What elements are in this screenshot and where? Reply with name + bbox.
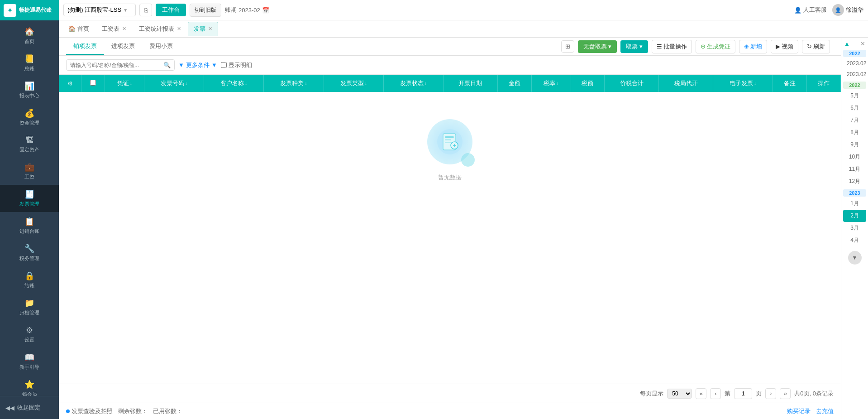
sub-tab-expense[interactable]: 费用小票 <box>142 39 180 55</box>
month-11[interactable]: 11月 <box>843 163 866 175</box>
workspace-button[interactable]: 工作台 <box>156 4 186 16</box>
col-cert[interactable]: 凭证↕ <box>105 75 144 92</box>
ticket-button[interactable]: 取票 ▾ <box>620 40 648 53</box>
invoice-tab-close[interactable]: ✕ <box>208 26 212 32</box>
expand-up-icon[interactable]: ▲ <box>844 40 850 47</box>
col-invoice-cat[interactable]: 发票类型↕ <box>324 75 383 92</box>
col-action: 操作 <box>807 75 841 92</box>
month-5[interactable]: 5月 <box>843 90 866 102</box>
month-2-active[interactable]: 2月 <box>843 210 866 222</box>
no-ticket-button[interactable]: 无盘取票 ▾ <box>578 40 617 53</box>
refresh-button[interactable]: ↻ 刷新 <box>802 40 830 53</box>
recharge-link[interactable]: 去充值 <box>816 407 834 415</box>
salary-stats-tab-close[interactable]: ✕ <box>177 26 181 32</box>
date-period-2023-02-2[interactable]: 2023.02 <box>843 69 866 80</box>
tab-invoice[interactable]: 发票 ✕ <box>188 22 218 36</box>
tab-salary-stats[interactable]: 工资统计报表 ✕ <box>133 22 187 36</box>
salary-tab-close[interactable]: ✕ <box>122 26 126 32</box>
sidebar-item-invoice-mgmt[interactable]: 🧾发票管理 <box>0 185 59 212</box>
tab-salary-table[interactable]: 工资表 ✕ <box>96 22 132 36</box>
col-tax-rate[interactable]: 税率↕ <box>531 75 571 92</box>
total-records: 共0页, 0条记录 <box>794 390 834 398</box>
invoice-tab-label: 发票 <box>194 25 205 33</box>
prev-page-btn[interactable]: ‹ <box>710 388 721 399</box>
period-value: 2023-02 <box>238 7 260 14</box>
page-size-label: 每页显示 <box>640 390 663 398</box>
sub-tab-purchase[interactable]: 进项发票 <box>104 39 142 55</box>
page-input[interactable] <box>734 388 752 399</box>
customer-service[interactable]: 👤 人工客服 <box>794 6 827 14</box>
sidebar-item-funds[interactable]: 💰资金管理 <box>0 104 59 131</box>
sidebar-item-close-accounts[interactable]: 🔒结账 <box>0 266 59 294</box>
search-input[interactable] <box>70 62 162 68</box>
sidebar-item-home[interactable]: 🏠首页 <box>0 22 59 49</box>
detail-checkbox-input[interactable] <box>221 62 227 68</box>
new-button[interactable]: ⊕ 新增 <box>739 40 767 53</box>
switch-version-button[interactable]: 切到旧版 <box>190 4 221 17</box>
generate-cert-button[interactable]: ⊕ 生成凭证 <box>696 40 735 53</box>
col-issue-date[interactable]: 开票日期 <box>443 75 497 92</box>
sidebar-item-salary[interactable]: 💼工资 <box>0 158 59 185</box>
sidebar-item-archive[interactable]: 📁归档管理 <box>0 294 59 321</box>
month-10[interactable]: 10月 <box>843 151 866 163</box>
col-tax-total[interactable]: 价税合计 <box>605 75 659 92</box>
purchase-history-link[interactable]: 购买记录 <box>787 407 811 415</box>
page-size-select[interactable]: 50 20 100 <box>667 389 692 399</box>
col-tax-code[interactable]: 税局代开 <box>659 75 713 92</box>
date-period-2023-02-1[interactable]: 2023.02 <box>843 58 866 69</box>
sidebar-item-fixed-assets[interactable]: 🏗固定资产 <box>0 131 59 158</box>
scroll-down-btn[interactable]: ▼ <box>848 251 862 265</box>
col-amount[interactable]: 金额 <box>497 75 531 92</box>
month-6[interactable]: 6月 <box>843 102 866 114</box>
col-customer[interactable]: 客户名称↕ <box>204 75 264 92</box>
sidebar-item-general-ledger[interactable]: 📒总账 <box>0 49 59 77</box>
month-1[interactable]: 1月 <box>843 197 866 210</box>
col-tax[interactable]: 税额 <box>571 75 605 92</box>
show-detail-checkbox[interactable]: 显示明细 <box>221 61 252 69</box>
year-2022-months: 2022 <box>843 82 866 89</box>
sidebar-item-new-user[interactable]: 📖新手引导 <box>0 348 59 375</box>
tab-home[interactable]: 🏠 首页 <box>62 22 95 36</box>
collapse-icon: ◀◀ <box>5 405 14 411</box>
tax-icon: 🔧 <box>24 244 34 254</box>
grid-settings-button[interactable]: ⊞ <box>561 40 574 53</box>
sidebar-item-sales-ledger[interactable]: 📋进销台账 <box>0 212 59 239</box>
month-12[interactable]: 12月 <box>843 175 866 188</box>
sub-tab-sales[interactable]: 销项发票 <box>66 39 104 55</box>
col-invoice-no[interactable]: 发票号码↕ <box>144 75 204 92</box>
col-invoice-type[interactable]: 发票种类↕ <box>264 75 324 92</box>
month-9[interactable]: 9月 <box>843 139 866 151</box>
panel-close-icon[interactable]: ✕ <box>860 40 865 47</box>
col-check[interactable] <box>81 75 105 92</box>
next-page-btn[interactable]: › <box>765 388 776 399</box>
col-settings[interactable]: ⚙ <box>59 75 81 92</box>
filter-button[interactable]: ▼ 更多条件 ▼ <box>178 61 217 69</box>
year-2023-badge: 2023 <box>843 189 866 197</box>
video-button[interactable]: ▶ 视频 <box>771 40 798 53</box>
copy-button[interactable]: ⎘ <box>139 4 152 16</box>
sidebar-item-settings[interactable]: ⚙设置 <box>0 321 59 348</box>
sidebar-item-membership[interactable]: ⭐畅会员 <box>0 375 59 396</box>
company-selector[interactable]: (勿删) 江西股宝-LSS ▼ <box>63 4 136 16</box>
grid-icon: ⊞ <box>565 43 570 50</box>
col-invoice-status[interactable]: 发票状态↕ <box>383 75 443 92</box>
select-all-checkbox[interactable] <box>90 80 96 86</box>
month-7[interactable]: 7月 <box>843 114 866 126</box>
collapse-btn[interactable]: ◀◀ 收起固定 <box>2 400 57 415</box>
remaining-label: 剩余张数： <box>118 407 148 415</box>
month-3[interactable]: 3月 <box>843 222 866 234</box>
user-avatar: 👤 <box>832 4 844 16</box>
sidebar-label-home: 首页 <box>24 38 34 45</box>
sidebar-item-tax-mgmt[interactable]: 🔧税务管理 <box>0 239 59 266</box>
month-4[interactable]: 4月 <box>843 234 866 246</box>
sidebar-label-membership: 畅会员 <box>22 391 37 396</box>
last-page-btn[interactable]: » <box>780 388 791 399</box>
month-8[interactable]: 8月 <box>843 126 866 139</box>
sidebar-item-reports[interactable]: 📊报表中心 <box>0 77 59 104</box>
batch-op-button[interactable]: ☰ 批量操作 <box>652 40 692 53</box>
cert-icon: ⊕ <box>701 43 706 50</box>
col-e-invoice[interactable]: 电子发票↕ <box>713 75 773 92</box>
search-wrap: 🔍 <box>66 59 175 71</box>
first-page-btn[interactable]: « <box>696 388 706 399</box>
user-info[interactable]: 👤 徐溢华 <box>832 4 863 16</box>
